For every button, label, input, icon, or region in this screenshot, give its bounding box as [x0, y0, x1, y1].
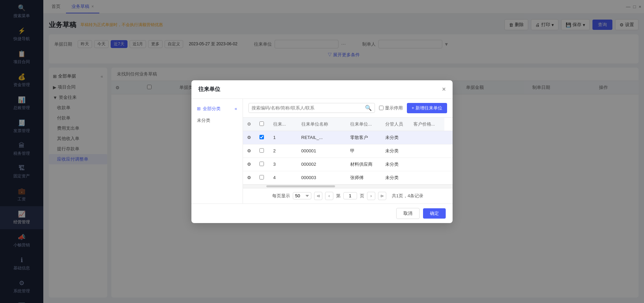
- row-code: 000001: [297, 144, 346, 158]
- search-icon: 🔍: [365, 105, 372, 111]
- row-num: 3: [269, 158, 297, 171]
- th-gear: ⚙: [243, 118, 255, 131]
- row-code: RETAIL_...: [297, 131, 346, 144]
- row-gear: ⚙: [243, 131, 255, 144]
- page-number-input[interactable]: [343, 192, 357, 199]
- row-price: [444, 158, 453, 171]
- row-name: 甲: [346, 144, 381, 158]
- dialog-right-panel: 🔍 显示停用 + 新增往来单位 ⚙: [243, 99, 453, 203]
- row-code: 000003: [297, 171, 346, 184]
- row-name: 张师傅: [346, 171, 381, 184]
- dialog-overlay[interactable]: 往来单位 × ⊞ 全部分类 « 未分类: [0, 0, 644, 303]
- row-num: 4: [269, 171, 297, 184]
- show-disabled-checkbox: 显示停用: [379, 105, 403, 111]
- row-check[interactable]: [255, 131, 269, 144]
- dialog-pagination: 每页显示 50 100 ⊲ ‹ 第 页 › ⊳ 共1页，4条记录: [243, 188, 453, 203]
- scrollbar-area: [243, 185, 453, 188]
- row-salesperson: [409, 131, 444, 144]
- category-all-label: 全部分类: [203, 106, 221, 112]
- show-disabled-check[interactable]: [379, 106, 384, 110]
- dialog-select-all[interactable]: [259, 121, 264, 126]
- row-gear: ⚙: [243, 144, 255, 158]
- counterparty-dialog: 往来单位 × ⊞ 全部分类 « 未分类: [191, 80, 453, 223]
- category-grid-icon: ⊞: [197, 106, 201, 111]
- page-suffix: 页: [360, 193, 364, 199]
- per-page-select[interactable]: 50 100: [293, 192, 311, 199]
- category-panel: ⊞ 全部分类 « 未分类: [191, 99, 243, 203]
- row-category: 未分类: [381, 144, 409, 158]
- row-salesperson: [409, 144, 444, 158]
- dialog-toolbar: 🔍 显示停用 + 新增往来单位: [243, 99, 453, 118]
- counterparty-table: ⚙ 往来... 往来单位名称 往来单位... 分管人员 客户价格... ⚙: [243, 118, 453, 185]
- show-disabled-label: 显示停用: [385, 105, 403, 111]
- dialog-header: 往来单位 ×: [191, 80, 453, 99]
- table-row[interactable]: ⚙ 1 RETAIL_... 零散客户 未分类: [243, 131, 453, 144]
- dialog-body: ⊞ 全部分类 « 未分类 🔍 显示停用: [191, 99, 453, 203]
- dialog-title: 往来单位: [198, 86, 220, 93]
- row-check[interactable]: [255, 144, 269, 158]
- dialog-close-button[interactable]: ×: [442, 86, 446, 92]
- th-category: 往来单位...: [346, 118, 381, 131]
- search-input[interactable]: [252, 105, 363, 110]
- row-num: 1: [269, 131, 297, 144]
- row-check[interactable]: [255, 171, 269, 184]
- category-collapse-icon[interactable]: «: [235, 106, 237, 111]
- dialog-table-container: ⚙ 往来... 往来单位名称 往来单位... 分管人员 客户价格... ⚙: [243, 118, 453, 185]
- page-label: 第: [336, 193, 341, 199]
- th-salesperson: 分管人员: [381, 118, 409, 131]
- add-counterparty-button[interactable]: + 新增往来单位: [407, 103, 447, 113]
- next-page-button[interactable]: ›: [367, 192, 375, 200]
- total-label: 共1页，4条记录: [392, 193, 423, 199]
- table-row[interactable]: ⚙ 2 000001 甲 未分类: [243, 144, 453, 158]
- row-check[interactable]: [255, 158, 269, 171]
- row-name: 材料供应商: [346, 158, 381, 171]
- scrollbar-thumb[interactable]: [266, 185, 335, 187]
- row-name: 零散客户: [346, 131, 381, 144]
- row-code: 000002: [297, 158, 346, 171]
- per-page-label: 每页显示: [272, 193, 290, 199]
- row-price: [444, 144, 453, 158]
- confirm-button[interactable]: 确定: [423, 208, 446, 219]
- table-row[interactable]: ⚙ 3 000002 材料供应商 未分类: [243, 158, 453, 171]
- category-unclassified[interactable]: 未分类: [191, 115, 243, 126]
- first-page-button[interactable]: ⊲: [314, 192, 322, 200]
- row-gear: ⚙: [243, 171, 255, 184]
- search-box: 🔍: [248, 103, 375, 113]
- row-category: 未分类: [381, 131, 409, 144]
- row-salesperson: [409, 171, 444, 184]
- cancel-button[interactable]: 取消: [396, 208, 420, 219]
- row-gear: ⚙: [243, 158, 255, 171]
- prev-page-button[interactable]: ‹: [325, 192, 333, 200]
- th-name: 往来单位名称: [297, 118, 346, 131]
- row-category: 未分类: [381, 158, 409, 171]
- last-page-button[interactable]: ⊳: [378, 192, 386, 200]
- category-all[interactable]: ⊞ 全部分类 «: [191, 103, 243, 115]
- table-row[interactable]: ⚙ 4 000003 张师傅 未分类: [243, 171, 453, 184]
- row-num: 2: [269, 144, 297, 158]
- th-check: [255, 118, 269, 131]
- row-salesperson: [409, 158, 444, 171]
- th-code: 往来...: [269, 118, 297, 131]
- th-price: 客户价格...: [409, 118, 444, 131]
- row-price: [444, 171, 453, 184]
- row-price: [444, 131, 453, 144]
- dialog-footer: 取消 确定: [191, 203, 453, 223]
- row-category: 未分类: [381, 171, 409, 184]
